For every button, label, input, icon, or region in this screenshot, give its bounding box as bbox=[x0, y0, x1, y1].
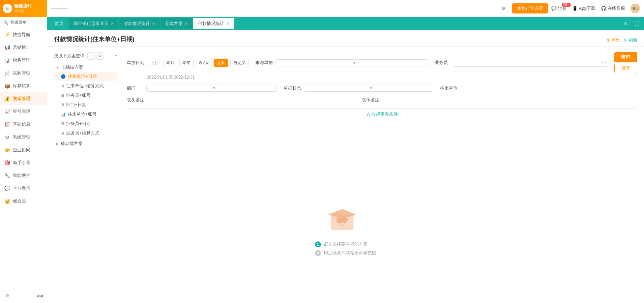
expand-tabs-btn[interactable]: ⛶ bbox=[633, 20, 641, 27]
close-new-scheme-icon[interactable]: ✕ bbox=[185, 22, 188, 26]
sidebar-item-member[interactable]: 👑 畅会员 bbox=[0, 195, 47, 208]
close-receivable-icon[interactable]: ✕ bbox=[152, 22, 155, 26]
date-btn-last-month[interactable]: 上月 bbox=[147, 59, 161, 67]
tab-bank-flow[interactable]: 现金银行流水查询 ✕ bbox=[69, 18, 118, 29]
date-btn-more[interactable]: 更多 bbox=[214, 59, 228, 67]
scheme-item-partner-account[interactable]: 📊 往来单位+账号 bbox=[54, 110, 117, 119]
brand-info: 畅捷通巧 标准版 bbox=[14, 3, 32, 13]
sidebar-footer: ⚙ ◀◀ bbox=[0, 288, 47, 303]
sidebar-item-label: 营销推广 bbox=[13, 44, 30, 51]
filter-row-2: 部门 ▼ 单据状态 ▼ 往来单位 bbox=[127, 84, 637, 92]
sidebar-item-wechat[interactable]: 💬 企业微信 bbox=[0, 182, 47, 195]
sidebar-item-label: 系统管理 bbox=[13, 134, 30, 140]
tab-payable[interactable]: 付款情况统计 ✕ bbox=[193, 18, 234, 29]
sidebar-item-purchase[interactable]: 🛒 采购管理 bbox=[0, 67, 47, 80]
topbar-actions: ⚙ 体验行业方案 bbox=[499, 3, 548, 13]
settings-icon: ⚙ bbox=[501, 6, 505, 11]
close-bank-flow-icon[interactable]: ✕ bbox=[111, 22, 114, 26]
message-icon: 💬 bbox=[551, 6, 557, 11]
home-tab-label: 首页 bbox=[55, 21, 63, 27]
sidebar-item-enterprise[interactable]: 🤝 企业协同 bbox=[0, 144, 47, 156]
collapse-scheme-btn[interactable]: « bbox=[114, 53, 117, 59]
collapse-chevron-icon: ⋀ bbox=[367, 112, 370, 117]
mobile-group-header[interactable]: ▶ 移动端方案 bbox=[54, 139, 117, 148]
scheme-header-icons: ＋ ⚙ bbox=[87, 52, 104, 60]
sidebar-item-label: 基础信息 bbox=[13, 121, 30, 127]
mobile-arrow-icon: ▶ bbox=[56, 142, 59, 146]
doc-status-select[interactable]: ▼ bbox=[304, 85, 434, 92]
date-btn-this-year[interactable]: 本年 bbox=[179, 59, 194, 67]
filter-row-1: 单据日期 上月 本月 本年 近7天 更多 自定义 来源单据 bbox=[127, 52, 637, 73]
empty-steps: 1 请先选择要分析的方案 2 用过滤条件来缩小分析范围 bbox=[315, 241, 376, 256]
settings-footer-btn[interactable]: ⚙ bbox=[3, 291, 12, 300]
filter-row-3: 表头备注 表体备注 bbox=[127, 96, 637, 104]
online-service-btn[interactable]: 🎧 在线客服 bbox=[601, 5, 625, 11]
close-all-tabs-btn[interactable]: ✕ bbox=[622, 20, 630, 27]
sidebar-item-marketing[interactable]: 📢 营销推广 bbox=[0, 41, 47, 54]
partner-label: 往来单位 bbox=[440, 85, 458, 91]
source-select[interactable]: ▼ bbox=[275, 59, 428, 66]
desktop-arrow-icon: ▼ bbox=[56, 66, 59, 69]
scheme-item-salesman-date[interactable]: ⊞ 业务员+日期 bbox=[54, 119, 117, 128]
desktop-group-label: 电脑端方案 bbox=[61, 64, 83, 70]
message-badge: 99+ bbox=[562, 3, 571, 7]
sidebar-item-system[interactable]: ⚙ 系统管理 bbox=[0, 131, 47, 144]
dept-select[interactable]: ▼ bbox=[146, 85, 277, 92]
sidebar-item-operation[interactable]: 📈 经营管理 bbox=[0, 105, 47, 118]
tab-home[interactable]: 首页 bbox=[50, 18, 68, 29]
close-payable-icon[interactable]: ✕ bbox=[226, 22, 229, 26]
hardware-icon: 🔧 bbox=[4, 173, 10, 179]
sidebar-item-guide[interactable]: 🎯 新手引导 bbox=[0, 156, 47, 169]
empty-state-area: 1 请先选择要分析的方案 2 用过滤条件来缩小分析范围 bbox=[47, 155, 644, 303]
head-note-input[interactable] bbox=[147, 96, 248, 104]
query-btn[interactable]: 查询 bbox=[614, 52, 637, 62]
scheme-item-salesman-settle[interactable]: ⊞ 业务员+结算方式 bbox=[54, 128, 117, 138]
sidebar-item-finance[interactable]: 💰 资金管理 bbox=[0, 92, 47, 105]
tab-receivable[interactable]: 收款情况统计 ✕ bbox=[119, 18, 160, 29]
add-scheme-btn[interactable]: ＋ bbox=[87, 52, 95, 60]
date-btn-custom[interactable]: 自定义 bbox=[230, 59, 248, 67]
user-avatar[interactable]: Rit bbox=[631, 4, 640, 13]
body-note-input[interactable] bbox=[382, 96, 483, 104]
svg-point-3 bbox=[339, 221, 341, 223]
receivable-label: 收款情况统计 bbox=[124, 21, 150, 27]
basic-info-icon: 📋 bbox=[4, 121, 10, 127]
sidebar-item-sales[interactable]: 📊 销售管理 bbox=[0, 54, 47, 67]
topbar-right: 💬 消息 99+ 📱 App下载 🎧 在线客服 Rit bbox=[551, 4, 640, 13]
date-btn-this-month[interactable]: 本月 bbox=[163, 59, 177, 67]
mobile-group-label: 移动端方案 bbox=[61, 141, 83, 147]
collapse-sidebar-btn[interactable]: ◀◀ bbox=[35, 291, 44, 300]
collapse-more-btn[interactable]: ⋀ 收起更多条件 bbox=[127, 108, 637, 120]
scheme-settings-btn[interactable]: ⚙ bbox=[96, 52, 104, 60]
dept-label: 部门 bbox=[127, 85, 144, 91]
sales-icon: 📊 bbox=[4, 57, 10, 63]
sidebar-item-quick-nav[interactable]: ⚡ 快捷导航 bbox=[0, 28, 47, 41]
scheme-item-partner-settle[interactable]: ⊞ 往来单位+结算方式 bbox=[54, 81, 117, 91]
message-btn[interactable]: 💬 消息 99+ bbox=[551, 5, 567, 11]
scheme-table2-icon: ⊞ bbox=[61, 93, 64, 98]
salesman-dots-btn[interactable]: ··· bbox=[602, 60, 606, 66]
industry-scheme-btn[interactable]: 体验行业方案 bbox=[512, 3, 548, 13]
quick-nav-icon: ⚡ bbox=[4, 32, 10, 38]
dept-select-arrow: ▼ bbox=[212, 86, 273, 90]
sidebar-item-inventory[interactable]: 📦 库存核算 bbox=[0, 80, 47, 92]
sidebar-item-hardware[interactable]: 🔧 智能硬件 bbox=[0, 169, 47, 182]
dept-field: 部门 ▼ bbox=[127, 85, 277, 92]
desktop-group-header[interactable]: ▼ 电脑端方案 bbox=[54, 63, 117, 72]
date-btn-7days[interactable]: 近7天 bbox=[196, 59, 212, 67]
refresh-btn[interactable]: ↻ 刷新 bbox=[623, 37, 637, 43]
export-btn[interactable]: ⬆ 导出 bbox=[606, 37, 620, 43]
scheme-item-dept-date[interactable]: ⊞ 部门+日期 bbox=[54, 100, 117, 110]
partner-dots-btn[interactable]: ··· bbox=[584, 85, 589, 91]
sidebar-item-basic-info[interactable]: 📋 基础信息 bbox=[0, 118, 47, 131]
scheme-table-icon: ⊞ bbox=[61, 84, 64, 88]
filter-settings-btn[interactable]: 设置 bbox=[614, 64, 637, 73]
app-download-btn[interactable]: 📱 App下载 bbox=[572, 5, 595, 11]
filter-right: 单据日期 上月 本月 本年 近7天 更多 自定义 来源单据 bbox=[127, 52, 637, 149]
scheme-item-salesman-account[interactable]: ⊞ 业务员+账号 bbox=[54, 91, 117, 100]
topbar-settings-btn[interactable]: ⚙ bbox=[499, 4, 508, 13]
search-label: 搜索菜单 bbox=[10, 20, 27, 25]
scheme-item-partner-date[interactable]: 🔵 往来单位+日期 bbox=[54, 72, 117, 81]
search-menu[interactable]: 🔍 搜索菜单 bbox=[0, 17, 47, 28]
tab-new-scheme[interactable]: 新建方案 ✕ bbox=[160, 18, 193, 29]
